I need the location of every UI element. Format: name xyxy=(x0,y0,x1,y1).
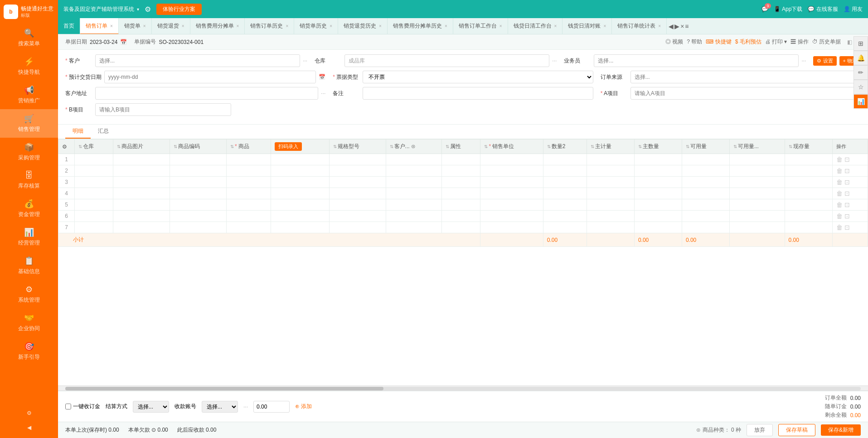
row-3-available2[interactable] xyxy=(729,177,785,188)
row-5-image[interactable] xyxy=(113,199,170,211)
tab-next-btn[interactable]: ▶ xyxy=(674,23,679,30)
row-4-stock[interactable] xyxy=(785,188,832,199)
sidebar-item-capital[interactable]: 💰 资金管理 xyxy=(0,194,58,223)
row-3-main-unit[interactable] xyxy=(587,177,634,188)
row-4-delete-icon[interactable]: 🗑 xyxy=(836,190,843,197)
tab-history-return[interactable]: 销货退货历史 × xyxy=(338,18,388,34)
salesperson-input[interactable] xyxy=(594,54,799,67)
row-5-delete-icon[interactable]: 🗑 xyxy=(836,201,843,208)
row-5-main-qty[interactable] xyxy=(634,199,682,211)
row-7-stock[interactable] xyxy=(785,222,832,233)
history-btn[interactable]: ⏱ 历史单据 xyxy=(812,38,841,46)
row-2-delete-icon[interactable]: 🗑 xyxy=(836,167,843,174)
row-1-delete-icon[interactable]: 🗑 xyxy=(836,156,843,163)
tab-close-history-invoice[interactable]: × xyxy=(330,24,332,29)
row-1-product[interactable] xyxy=(226,154,271,165)
row-3-warehouse[interactable] xyxy=(75,177,113,188)
project-a-input[interactable] xyxy=(630,87,861,100)
row-7-delete-icon[interactable]: 🗑 xyxy=(836,224,843,231)
tab-close-sales-order[interactable]: × xyxy=(110,24,113,29)
row-2-customer-code[interactable] xyxy=(386,165,442,177)
row-3-copy-icon[interactable]: ⊡ xyxy=(844,178,850,186)
row-7-customer-code[interactable] xyxy=(386,222,442,233)
right-panel-grid-btn[interactable]: ⊞ xyxy=(853,36,868,51)
row-6-warehouse[interactable] xyxy=(75,211,113,222)
right-panel-star-btn[interactable]: ☆ xyxy=(853,80,868,94)
row-4-qty2[interactable] xyxy=(543,188,587,199)
row-2-main-unit[interactable] xyxy=(587,165,634,177)
operation-btn[interactable]: ☰ 操作 xyxy=(790,38,808,46)
right-panel-bell-btn[interactable]: 🔔 xyxy=(853,51,868,65)
row-4-copy-icon[interactable]: ⊡ xyxy=(844,190,850,197)
tab-close-stats[interactable]: × xyxy=(658,24,661,29)
row-3-delete-icon[interactable]: 🗑 xyxy=(836,178,843,186)
horizontal-scrollbar[interactable] xyxy=(58,385,868,391)
sidebar-item-system[interactable]: ⚙ 系统管理 xyxy=(0,280,58,308)
row-6-code[interactable] xyxy=(170,211,226,222)
row-6-main-unit[interactable] xyxy=(587,211,634,222)
project-b-input[interactable] xyxy=(95,103,231,116)
tab-sales-order[interactable]: 销售订单 × xyxy=(80,18,119,34)
row-4-attr[interactable] xyxy=(442,188,480,199)
tab-home[interactable]: 首页 xyxy=(58,18,80,34)
row-6-scan[interactable] xyxy=(271,211,329,222)
topbar-gear-icon[interactable]: ⚙ xyxy=(145,5,151,14)
sidebar-item-enterprise[interactable]: 🤝 企业协同 xyxy=(0,308,58,337)
save-draft-button[interactable]: 保存草稿 xyxy=(778,424,815,436)
note-input[interactable] xyxy=(363,87,593,100)
tab-close-history-return[interactable]: × xyxy=(379,24,382,29)
tab-history-expense[interactable]: 销售费用分摊单历史 × xyxy=(388,18,453,34)
row-7-available2[interactable] xyxy=(729,222,785,233)
row-4-image[interactable] xyxy=(113,188,170,199)
sidebar-item-sales[interactable]: 🛒 销售管理 xyxy=(0,109,58,138)
sidebar-item-quicknav[interactable]: ⚡ 快捷导航 xyxy=(0,52,58,81)
tab-close-invoice[interactable]: × xyxy=(143,24,146,29)
row-3-customer-code[interactable] xyxy=(386,177,442,188)
salesperson-more-btn[interactable]: ··· xyxy=(801,58,806,64)
order-source-input[interactable] xyxy=(630,71,861,83)
row-6-product[interactable] xyxy=(226,211,271,222)
row-1-unit[interactable] xyxy=(480,154,543,165)
row-2-main-qty[interactable] xyxy=(634,165,682,177)
row-3-qty2[interactable] xyxy=(543,177,587,188)
row-1-qty2[interactable] xyxy=(543,154,587,165)
row-6-customer-code[interactable] xyxy=(386,211,442,222)
right-panel-chart-btn[interactable]: 📊 xyxy=(853,94,868,109)
quick-settle-checkbox[interactable] xyxy=(65,404,71,409)
row-6-attr[interactable] xyxy=(442,211,480,222)
tab-close-expense[interactable]: × xyxy=(237,24,239,29)
tab-stats[interactable]: 销售订单统计表 × xyxy=(612,18,667,34)
row-7-copy-icon[interactable]: ⊡ xyxy=(844,224,850,231)
row-6-unit[interactable] xyxy=(480,211,543,222)
tab-menu-btn[interactable]: ≡ xyxy=(685,23,689,30)
sidebar-settings[interactable]: ⚙ xyxy=(0,406,58,420)
row-3-spec[interactable] xyxy=(329,177,386,188)
row-1-stock[interactable] xyxy=(785,154,832,165)
row-1-available2[interactable] xyxy=(729,154,785,165)
tab-close-history-order[interactable]: × xyxy=(286,24,288,29)
row-1-scan[interactable] xyxy=(271,154,329,165)
row-1-code[interactable] xyxy=(170,154,226,165)
row-2-code[interactable] xyxy=(170,165,226,177)
discard-button[interactable]: 放弃 xyxy=(747,424,773,436)
date-value[interactable]: 2023-03-24 xyxy=(90,39,117,45)
tab-history-order[interactable]: 销售订单历史 × xyxy=(245,18,294,34)
row-3-product[interactable] xyxy=(226,177,271,188)
row-6-main-qty[interactable] xyxy=(634,211,682,222)
row-4-main-unit[interactable] xyxy=(587,188,634,199)
shortcut-btn[interactable]: ⌨ 快捷键 xyxy=(706,38,731,46)
row-4-warehouse[interactable] xyxy=(75,188,113,199)
row-1-attr[interactable] xyxy=(442,154,480,165)
row-5-customer-code[interactable] xyxy=(386,199,442,211)
row-3-scan[interactable] xyxy=(271,177,329,188)
row-7-unit[interactable] xyxy=(480,222,543,233)
row-1-main-unit[interactable] xyxy=(587,154,634,165)
sidebar-item-inventory[interactable]: 🗄 库存核算 xyxy=(0,166,58,194)
row-2-unit[interactable] xyxy=(480,165,543,177)
row-2-spec[interactable] xyxy=(329,165,386,177)
sidebar-collapse[interactable]: ◀ xyxy=(0,421,58,434)
row-6-image[interactable] xyxy=(113,211,170,222)
row-2-product[interactable] xyxy=(226,165,271,177)
table-view-btn[interactable]: ◧ xyxy=(847,39,852,45)
row-5-stock[interactable] xyxy=(785,199,832,211)
